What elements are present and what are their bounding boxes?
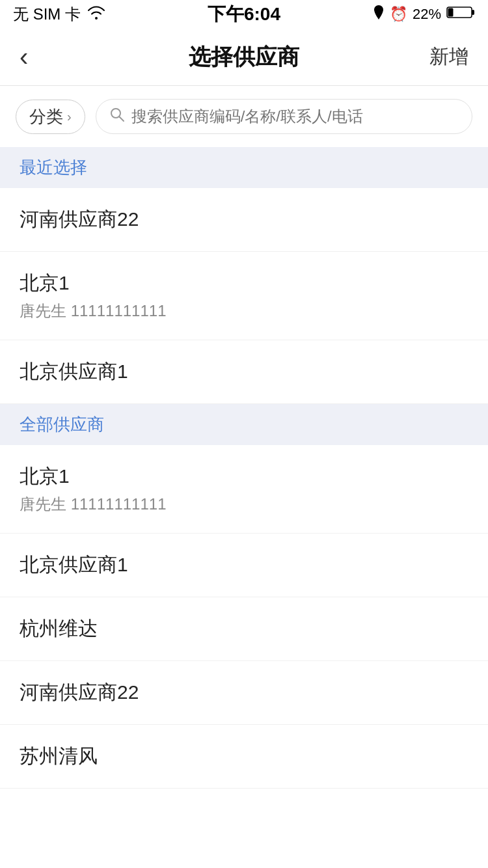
list-item[interactable]: 河南供应商22 [0,661,488,725]
battery-label: 22% [413,6,441,23]
search-box [96,99,472,134]
list-item[interactable]: 北京供应商1 [0,340,488,404]
search-icon [109,106,125,127]
page-title: 选择供应商 [189,42,299,72]
filter-bar: 分类 › [0,86,488,147]
recent-list: 河南供应商22北京1唐先生 11111111111北京供应商1 [0,188,488,404]
add-button[interactable]: 新增 [416,44,468,70]
item-name: 北京供应商1 [20,359,468,385]
list-item[interactable]: 河南供应商22 [0,188,488,252]
chevron-icon: › [67,109,72,124]
category-label: 分类 [29,105,63,128]
list-item[interactable]: 杭州维达 [0,597,488,661]
item-name: 北京供应商1 [20,552,468,578]
status-time: 下午6:04 [208,2,280,27]
all-label: 全部供应商 [20,414,104,434]
recent-label: 最近选择 [20,157,87,177]
item-name: 北京1 [20,270,468,297]
wifi-icon [87,5,105,23]
battery-icon [446,5,475,23]
alarm-icon: ⏰ [390,6,407,23]
status-left: 无 SIM 卡 [13,4,105,25]
all-section-header: 全部供应商 [0,404,488,445]
recent-section-header: 最近选择 [0,147,488,188]
item-sub: 唐先生 11111111111 [20,494,468,515]
list-item[interactable]: 北京1唐先生 11111111111 [0,252,488,340]
back-icon: ‹ [20,42,28,72]
list-item[interactable]: 北京供应商1 [0,534,488,597]
item-sub: 唐先生 11111111111 [20,301,468,321]
svg-rect-1 [472,10,474,15]
item-name: 河南供应商22 [20,206,468,233]
list-item[interactable]: 北京1唐先生 11111111111 [0,445,488,534]
carrier-label: 无 SIM 卡 [13,4,81,25]
category-button[interactable]: 分类 › [16,100,85,134]
item-name: 河南供应商22 [20,679,468,706]
item-name: 苏州清风 [20,743,468,770]
nav-bar: ‹ 选择供应商 新增 [0,29,488,86]
svg-rect-2 [448,8,454,17]
item-name: 北京1 [20,463,468,490]
item-name: 杭州维达 [20,616,468,642]
svg-line-4 [119,117,124,122]
location-icon [373,5,385,23]
all-list: 北京1唐先生 11111111111北京供应商1杭州维达河南供应商22苏州清风 [0,445,488,789]
list-item[interactable]: 苏州清风 [0,725,488,789]
back-button[interactable]: ‹ [20,42,72,72]
search-input[interactable] [131,107,459,126]
status-right: ⏰ 22% [373,5,475,23]
status-bar: 无 SIM 卡 下午6:04 ⏰ 22% [0,0,488,29]
